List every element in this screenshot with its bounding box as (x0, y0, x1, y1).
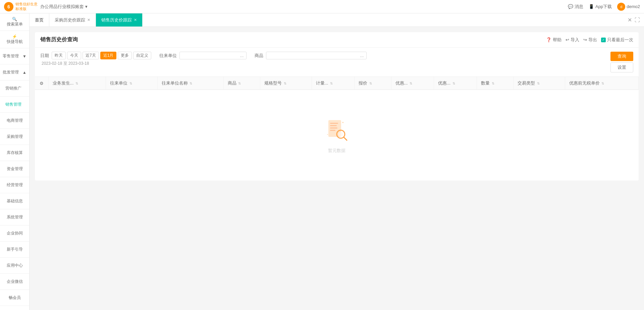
date-btn-custom[interactable]: 自定义 (133, 52, 151, 59)
chevron-up-icon: ▲ (22, 70, 26, 75)
sidebar-item-app-center[interactable]: 应用中心 (0, 258, 29, 274)
date-btn-7days[interactable]: 近7天 (83, 52, 99, 59)
chevron-down-icon: ▾ (85, 4, 88, 9)
maximize-icon[interactable]: ⛶ (635, 17, 640, 23)
sidebar-item-search-menu[interactable]: 🔍 搜索菜单 (0, 13, 29, 31)
page-header: 销售历史价查询 ❓ 帮助 ↩ 导入 ↪ 导出 (35, 32, 639, 48)
chevron-down-icon: ▼ (22, 54, 26, 59)
product-label: 商品 (255, 53, 263, 59)
logo-text: 销售信好生意 标准版 (15, 2, 38, 11)
th-unit[interactable]: 计量... ⇅ (312, 77, 355, 90)
svg-text:✦: ✦ (342, 121, 344, 124)
date-btn-1month[interactable]: 近1月 (100, 52, 117, 59)
only-last-checkbox[interactable]: ✓ 只看最后一次 (601, 37, 633, 43)
th-partner-code[interactable]: 往来单位 ⇅ (106, 77, 157, 90)
product-input[interactable]: ... (266, 52, 367, 59)
import-action[interactable]: ↩ 导入 (566, 37, 579, 43)
table-area: ⚙ 业务发生... ⇅ 往来单位 ⇅ 往来单位名称 (35, 77, 639, 180)
svg-rect-2 (330, 125, 337, 126)
th-qty[interactable]: 数量 ⇅ (477, 77, 513, 90)
svg-rect-3 (330, 127, 337, 128)
th-gear[interactable]: ⚙ (35, 77, 48, 90)
page-content: 销售历史价查询 ❓ 帮助 ↩ 导入 ↪ 导出 (30, 27, 644, 310)
tab-sales-history[interactable]: 销售历史价跟踪 ✕ (96, 13, 143, 27)
app-selector[interactable]: 办公用品行业模拟账套 ▾ (40, 4, 88, 10)
sidebar-item-finance[interactable]: 资金管理 (0, 161, 29, 177)
sort-icon: ⇅ (492, 82, 494, 85)
data-table: ⚙ 业务发生... ⇅ 往来单位 ⇅ 往来单位名称 (35, 77, 639, 90)
query-button[interactable]: 查询 (610, 52, 633, 61)
mobile-icon: 📱 (589, 4, 594, 9)
sort-icon: ⇅ (452, 82, 455, 85)
date-btn-yesterday[interactable]: 昨天 (52, 52, 66, 59)
sidebar-item-retail-mgmt[interactable]: 零售管理 ▼ (0, 48, 29, 64)
avatar: d (617, 3, 625, 11)
filter-action-group: 查询 设置 (610, 52, 633, 72)
product-dots: ... (360, 53, 364, 58)
sidebar-item-basic-info[interactable]: 基础信息 (0, 193, 29, 209)
page-header-actions: ❓ 帮助 ↩ 导入 ↪ 导出 ✓ (546, 37, 633, 43)
settings-button[interactable]: 设置 (610, 62, 633, 72)
nav-app-download[interactable]: 📱 App下载 (589, 4, 612, 10)
tab-home[interactable]: 首页 (30, 13, 49, 27)
sidebar-item-enterprise-coop[interactable]: 企业协同 (0, 225, 29, 242)
sort-icon: ⇅ (284, 82, 286, 85)
sidebar-item-wholesale-mgmt[interactable]: 批发管理 ▲ (0, 64, 29, 81)
th-quote[interactable]: 报价 ⇅ (355, 77, 391, 90)
sort-icon: ⇅ (238, 82, 241, 85)
customer-input[interactable]: ... (179, 52, 247, 59)
logo-area: 6 销售信好生意 标准版 (4, 2, 38, 11)
sidebar-item-operations[interactable]: 经营管理 (0, 177, 29, 193)
svg-text:✦: ✦ (327, 134, 328, 136)
th-partner-name[interactable]: 往来单位名称 ⇅ (157, 77, 223, 90)
sidebar-item-quick-nav[interactable]: ⚡ 快捷导航 (0, 31, 29, 48)
checkbox-checked-icon: ✓ (601, 38, 606, 42)
th-biz-date[interactable]: 业务发生... ⇅ (48, 77, 106, 90)
empty-state: ✦ ✦ 暂元数据 (35, 90, 639, 180)
nav-message[interactable]: 💬 消息 (568, 4, 583, 10)
user-profile[interactable]: d demo2 (617, 3, 640, 11)
logo-icon: 6 (4, 2, 13, 11)
sidebar-item-newbie[interactable]: 新手引导 (0, 242, 29, 258)
content-area: 首页 采购历史价跟踪 ✕ 销售历史价跟踪 ✕ ✕ ⛶ 销售历史价查询 (30, 13, 644, 310)
th-product[interactable]: 商品 ⇅ (223, 77, 260, 90)
date-btn-today[interactable]: 今天 (67, 52, 81, 59)
svg-rect-1 (330, 123, 338, 124)
top-bar: 6 销售信好生意 标准版 办公用品行业模拟账套 ▾ 💬 消息 📱 App下载 d… (0, 0, 644, 13)
page-card: 销售历史价查询 ❓ 帮助 ↩ 导入 ↪ 导出 (35, 32, 639, 180)
empty-icon: ✦ ✦ (323, 117, 350, 144)
tab-close-purchase[interactable]: ✕ (87, 18, 90, 22)
th-discount1[interactable]: 优惠... ⇅ (391, 77, 434, 90)
sidebar: 🔍 搜索菜单 ⚡ 快捷导航 零售管理 ▼ 批发管理 ▲ 营销推广 销售管理 电商… (0, 13, 30, 310)
svg-point-6 (338, 132, 343, 137)
sidebar-item-purchase[interactable]: 采购管理 (0, 129, 29, 145)
tab-purchase-history[interactable]: 采购历史价跟踪 ✕ (49, 13, 96, 27)
sidebar-item-member[interactable]: 畅会员 (0, 290, 29, 306)
sidebar-item-marketing[interactable]: 营销推广 (0, 81, 29, 97)
sidebar-item-ecommerce[interactable]: 电商管理 (0, 113, 29, 129)
close-tab-icon[interactable]: ✕ (628, 17, 632, 23)
import-icon: ↩ (566, 37, 569, 42)
page-title: 销售历史价查询 (40, 36, 78, 43)
sidebar-item-enterprise-wechat[interactable]: 企业微信 (0, 274, 29, 290)
th-pretax-price[interactable]: 优惠前无税单价 ⇅ (565, 77, 638, 90)
filter-date-row: 日期 昨天 今天 近7天 近1月 更多 自定义 (40, 52, 151, 59)
sidebar-item-inventory[interactable]: 库存核算 (0, 145, 29, 161)
th-spec[interactable]: 规格型号 ⇅ (260, 77, 312, 90)
export-action[interactable]: ↪ 导出 (583, 37, 597, 43)
table-header-row: ⚙ 业务发生... ⇅ 往来单位 ⇅ 往来单位名称 (35, 77, 639, 90)
search-icon: 🔍 (12, 17, 17, 21)
tab-close-sales[interactable]: ✕ (134, 18, 137, 22)
sort-icon: ⇅ (190, 82, 192, 85)
th-trade-type[interactable]: 交易类型 ⇅ (514, 77, 565, 90)
date-btn-more[interactable]: 更多 (118, 52, 132, 59)
sidebar-item-system[interactable]: 系统管理 (0, 209, 29, 225)
th-discount2[interactable]: 优惠... ⇅ (434, 77, 477, 90)
filter-area: 日期 昨天 今天 近7天 近1月 更多 自定义 2023-02-18 (35, 48, 639, 77)
filter-date-range-row: 2023-02-18 至 2023-03-18 (40, 61, 151, 66)
sidebar-item-sales-mgmt[interactable]: 销售管理 (0, 97, 29, 113)
customer-dots: ... (240, 53, 244, 58)
help-action[interactable]: ❓ 帮助 (546, 37, 561, 43)
sort-icon: ⇅ (129, 82, 132, 85)
export-icon: ↪ (583, 37, 587, 42)
